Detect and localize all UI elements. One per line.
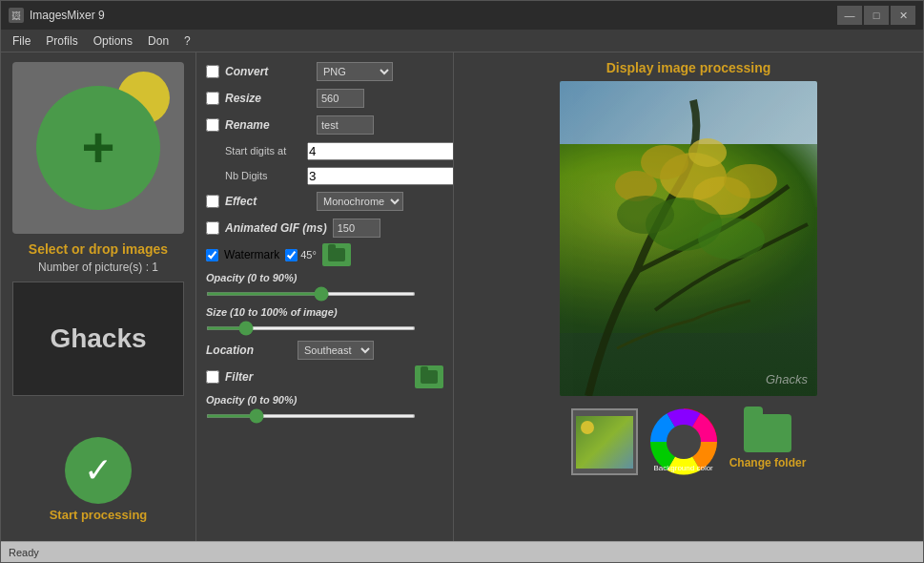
location-label: Location — [206, 344, 292, 357]
app-icon: 🖼 — [9, 8, 24, 23]
resize-checkbox[interactable] — [206, 92, 219, 105]
effect-select[interactable]: MonochromeSepiaNegative — [317, 192, 403, 211]
status-text: Ready — [9, 547, 39, 558]
degree-check: 45° — [285, 249, 317, 261]
convert-checkbox[interactable] — [206, 65, 219, 78]
checkmark-icon: ✓ — [84, 450, 113, 490]
main-content: + Select or drop images Number of pictur… — [1, 52, 923, 541]
opacity1-slider[interactable] — [206, 292, 416, 296]
menu-bar: File Profils Options Don ? — [1, 30, 923, 52]
opacity2-label: Opacity (0 to 90%) — [206, 394, 443, 406]
filter-folder-icon — [421, 370, 438, 384]
folder-icon — [328, 248, 345, 261]
start-btn-area: ✓ Start processing — [50, 437, 148, 532]
svg-point-3 — [724, 164, 777, 198]
start-digits-row: Start digits at — [206, 140, 443, 161]
color-wheel-container[interactable]: Background color — [646, 404, 722, 480]
resize-value[interactable] — [317, 89, 364, 108]
effect-checkbox[interactable] — [206, 195, 219, 208]
watermark-preview: Ghacks — [12, 282, 184, 396]
filter-label: Filter — [225, 370, 311, 384]
drop-circle: + — [36, 86, 160, 210]
opacity1-label: Opacity (0 to 90%) — [206, 272, 443, 283]
rename-label: Rename — [225, 118, 311, 132]
bottom-tools: Background color Change folder — [462, 404, 915, 480]
display-title: Display image processing — [606, 60, 771, 75]
watermark-preview-text: Ghacks — [50, 323, 146, 354]
plus-icon: + — [81, 119, 114, 177]
menu-file[interactable]: File — [5, 32, 38, 50]
degree-value: 45° — [300, 249, 317, 261]
size-label: Size (10 to 100% of image) — [206, 306, 443, 318]
change-folder-icon — [744, 414, 791, 452]
location-row: Location SoutheastSouthwestNortheastNort… — [206, 339, 443, 362]
main-window: 🖼 ImagesMixer 9 — □ ✕ File Profils Optio… — [0, 0, 924, 563]
menu-options[interactable]: Options — [86, 32, 140, 50]
minimize-button[interactable]: — — [837, 6, 862, 25]
size-section: Size (10 to 100% of image) — [206, 304, 443, 335]
tree-svg — [560, 81, 817, 396]
opacity1-section: Opacity (0 to 90%) — [206, 270, 443, 301]
animated-gif-checkbox[interactable] — [206, 221, 219, 235]
opacity2-slider[interactable] — [206, 414, 416, 418]
rename-checkbox[interactable] — [206, 118, 219, 132]
resize-row: Resize — [206, 87, 443, 110]
title-controls: — □ ✕ — [837, 6, 915, 25]
nb-digits-row: Nb Digits — [206, 165, 443, 186]
menu-don[interactable]: Don — [140, 32, 176, 50]
svg-point-8 — [617, 196, 674, 234]
image-drop-area[interactable]: + — [12, 62, 184, 234]
menu-profils[interactable]: Profils — [38, 32, 85, 50]
degree-checkbox[interactable] — [285, 249, 298, 261]
watermark-checkbox[interactable] — [206, 249, 218, 261]
rename-value[interactable] — [317, 115, 374, 135]
svg-point-9 — [667, 425, 701, 459]
picture-count: Number of picture(s) : 1 — [38, 261, 158, 274]
preview-watermark: Ghacks — [766, 372, 808, 386]
select-label[interactable]: Select or drop images — [29, 241, 168, 257]
right-panel: Display image processing — [454, 52, 923, 541]
animated-gif-row: Animated GIF (ms) — [206, 217, 443, 240]
effect-label: Effect — [225, 195, 311, 208]
svg-point-4 — [688, 138, 727, 167]
change-folder-label: Change folder — [729, 456, 807, 469]
watermark-folder-button[interactable] — [322, 243, 351, 266]
filter-folder-button[interactable] — [415, 365, 443, 388]
menu-help[interactable]: ? — [176, 32, 198, 50]
color-wheel-label: Background color — [654, 464, 713, 472]
start-digits-value[interactable] — [307, 142, 454, 160]
thumbnail-inner — [576, 416, 633, 469]
animated-gif-value[interactable] — [333, 219, 380, 238]
close-button[interactable]: ✕ — [891, 6, 915, 25]
maximize-button[interactable]: □ — [864, 6, 889, 25]
start-label: Start processing — [50, 508, 148, 522]
change-folder-button[interactable]: Change folder — [729, 414, 807, 469]
size-slider[interactable] — [206, 326, 416, 330]
start-processing-button[interactable]: ✓ — [65, 437, 132, 504]
thumbnail-sun — [581, 421, 594, 434]
left-panel: + Select or drop images Number of pictur… — [1, 52, 196, 541]
location-select[interactable]: SoutheastSouthwestNortheastNorthwestCent… — [298, 341, 374, 360]
title-bar: 🖼 ImagesMixer 9 — □ ✕ — [1, 1, 923, 30]
effect-row: Effect MonochromeSepiaNegative — [206, 190, 443, 213]
preview-image: Ghacks — [560, 81, 817, 396]
resize-label: Resize — [225, 92, 311, 105]
rename-row: Rename — [206, 114, 443, 136]
filter-row: Filter — [206, 365, 443, 388]
nb-digits-label: Nb Digits — [225, 170, 301, 181]
convert-row: Convert PNGJPGBMPTIFF — [206, 60, 443, 83]
convert-label: Convert — [225, 65, 311, 78]
svg-point-7 — [698, 218, 765, 260]
filter-checkbox[interactable] — [206, 370, 219, 384]
watermark-row: Watermark 45° — [206, 243, 443, 266]
animated-gif-label: Animated GIF (ms) — [225, 221, 327, 235]
status-bar: Ready — [1, 541, 923, 562]
middle-panel: Convert PNGJPGBMPTIFF Resize Rename S — [196, 52, 454, 541]
nb-digits-value[interactable] — [307, 167, 454, 185]
opacity2-section: Opacity (0 to 90%) — [206, 392, 443, 423]
thumbnail-box[interactable] — [571, 408, 638, 475]
convert-format-select[interactable]: PNGJPGBMPTIFF — [317, 62, 393, 81]
watermark-label: Watermark — [224, 248, 279, 261]
window-title: ImagesMixer 9 — [30, 9, 837, 22]
start-digits-label: Start digits at — [225, 145, 301, 156]
